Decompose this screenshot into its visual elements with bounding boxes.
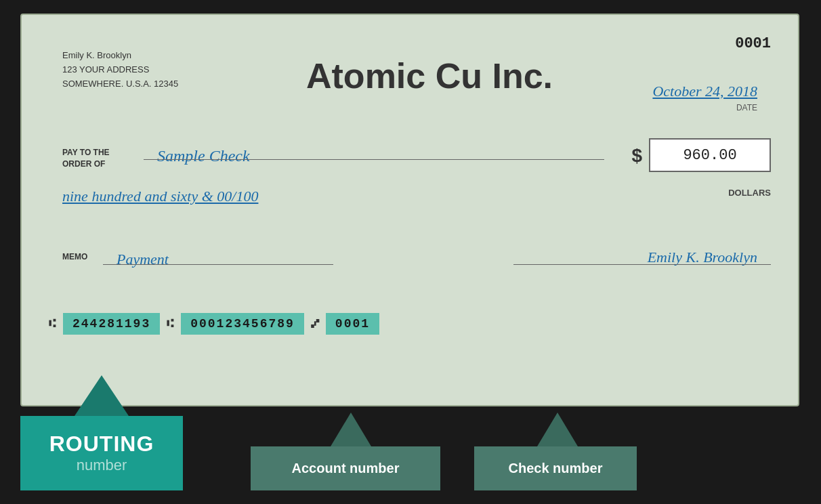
micr-symbol-left: ⑆ xyxy=(49,317,56,331)
micr-line: ⑆ 244281193 ⑆ 000123456789 ⑇ 0001 xyxy=(49,313,379,335)
sender-address1: 123 YOUR ADDRESS xyxy=(62,63,178,77)
routing-label-box: ROUTING number xyxy=(20,416,183,490)
date-value: October 24, 2018 xyxy=(652,83,757,100)
payee-line xyxy=(144,159,604,160)
routing-arrow xyxy=(75,375,129,416)
check-number-top: 0001 xyxy=(735,35,771,52)
account-label-box: Account number xyxy=(251,446,440,490)
routing-label-text1: ROUTING xyxy=(49,432,154,456)
micr-symbol-right: ⑆ xyxy=(167,317,174,331)
check-paper: 0001 Emily K. Brooklyn 123 YOUR ADDRESS … xyxy=(20,14,799,406)
micr-account-number: 000123456789 xyxy=(181,313,304,335)
account-label-text: Account number xyxy=(292,461,400,476)
micr-check-number: 0001 xyxy=(326,313,379,335)
routing-label-text2: number xyxy=(77,457,127,474)
check-arrow xyxy=(537,413,578,446)
check-label-text: Check number xyxy=(509,461,603,476)
memo-line xyxy=(103,264,333,265)
sender-name: Emily K. Brooklyn xyxy=(62,49,178,63)
company-name: Atomic Cu Inc. xyxy=(306,56,553,96)
micr-routing-number: 244281193 xyxy=(63,313,160,335)
account-arrow xyxy=(331,413,371,446)
signature-line xyxy=(513,264,771,265)
sender-address2: SOMEWHERE. U.S.A. 12345 xyxy=(62,77,178,91)
dollar-sign-symbol: $ xyxy=(631,145,642,167)
micr-account-separator: ⑇ xyxy=(311,316,319,332)
pay-to-label: PAY TO THE ORDER OF xyxy=(62,147,110,170)
payee-name: Sample Check xyxy=(157,147,250,165)
check-label-box: Check number xyxy=(474,446,637,490)
memo-label: MEMO xyxy=(62,252,87,261)
date-area: October 24, 2018 DATE xyxy=(652,83,757,112)
amount-box: 960.00 xyxy=(649,138,771,172)
sender-info: Emily K. Brooklyn 123 YOUR ADDRESS SOMEW… xyxy=(62,49,178,91)
dollars-label: DOLLARS xyxy=(728,188,771,198)
memo-value: Payment xyxy=(117,251,169,268)
date-label: DATE xyxy=(652,103,757,112)
written-amount: nine hundred and sixty & 00/100 xyxy=(62,188,258,205)
